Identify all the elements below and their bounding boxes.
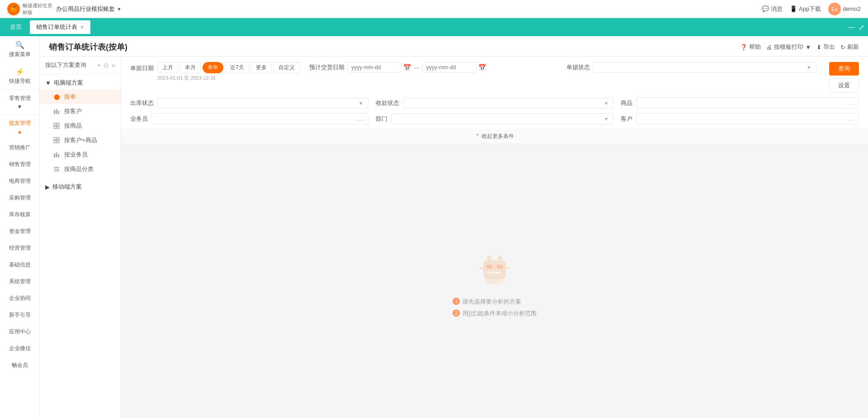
tab-bar-actions: — ⤢ (848, 23, 864, 32)
dept-select[interactable]: ▼ (391, 114, 614, 124)
user-area[interactable]: Ea demo2 (828, 3, 861, 15)
sidebar-item-collab[interactable]: 企业协同 (0, 290, 39, 307)
svg-rect-4 (57, 123, 59, 125)
customer-more-icon[interactable]: ... (847, 115, 855, 122)
settings-button[interactable]: 设置 (829, 78, 859, 93)
single-status-label: 单据状态 (566, 63, 590, 71)
date-btn-this-month[interactable]: 本月 (180, 62, 201, 73)
sidebar-section-wholesale: 批发管理 ▲ (0, 114, 39, 139)
calendar-end-icon[interactable]: 📅 (478, 64, 486, 71)
scheme-collapse-button[interactable]: « (112, 62, 115, 69)
svg-rect-19 (486, 265, 492, 268)
date-separator: — (414, 64, 420, 71)
tab-minimize-button[interactable]: — (848, 23, 855, 31)
sidebar-item-sales[interactable]: 销售管理 (0, 156, 39, 173)
scheme-item-bygoods[interactable]: 按商品 (40, 119, 121, 133)
tab-sales-order[interactable]: 销售订单统计表 ✕ (30, 20, 90, 34)
scheme-nav: 按以下方案查询 + ⊙ « ▼ 电脑端方案 ⬤ 按单 (40, 57, 121, 418)
filter-nav-area: 按以下方案查询 + ⊙ « ▼ 电脑端方案 ⬤ 按单 (40, 57, 868, 418)
collection-status-select[interactable]: ▼ (403, 98, 614, 109)
template-print-button[interactable]: 🖨 按模板打印 ▼ (766, 43, 811, 51)
svg-rect-2 (58, 111, 59, 114)
date-range-text: 2023-01-01 至 2023-12-31 (157, 75, 300, 81)
quicknav-icon: ⚡ (15, 67, 24, 76)
header-right: 💬 消息 📱 App下载 Ea demo2 (762, 3, 861, 15)
sidebar-item-newbie[interactable]: 新手引导 (0, 307, 39, 323)
svg-point-23 (498, 256, 502, 260)
collapse-bar[interactable]: ⌃ 收起更多条件 (121, 129, 868, 144)
goods-more-icon[interactable]: ... (847, 100, 855, 106)
scheme-group-mobile-header[interactable]: ▶ 移动端方案 (40, 180, 121, 194)
sidebar-item-system[interactable]: 系统管理 (0, 273, 39, 290)
predicted-date-end-input[interactable] (422, 62, 476, 73)
date-btn-last-month[interactable]: 上月 (157, 62, 178, 73)
out-status-select[interactable]: ▼ (157, 98, 368, 109)
sidebar-item-appcenter[interactable]: 应用中心 (0, 323, 39, 340)
logo-text: 畅捷通好生意 标版 (23, 2, 52, 15)
export-button[interactable]: ⬇ 导出 (816, 43, 835, 51)
filter-results: 单据日期 上月 本月 本年 近7天 更多 自定义 20 (121, 57, 868, 418)
out-status-dropdown-icon: ▼ (359, 100, 363, 106)
refresh-button[interactable]: ↻ 刷新 (840, 43, 859, 51)
collection-status-label: 收款状态 (376, 99, 399, 107)
sidebar-item-wechat[interactable]: 企业微信 (0, 340, 39, 357)
tip-num-2: 2 (453, 309, 460, 317)
sidebar-item-inventory[interactable]: 库存核算 (0, 206, 39, 223)
date-btn-7days[interactable]: 近7天 (225, 62, 249, 73)
scheme-grid2-icon (52, 136, 61, 144)
scheme-add-button[interactable]: + (97, 62, 101, 69)
refresh-icon: ↻ (840, 44, 845, 51)
sidebar-item-ecommerce[interactable]: 电商管理 (0, 173, 39, 190)
tab-close-icon[interactable]: ✕ (80, 24, 84, 30)
salesman-input[interactable]: ... (151, 113, 368, 124)
scheme-bar-icon (52, 107, 61, 115)
sidebar-item-search[interactable]: 🔍 搜索菜单 (0, 36, 39, 63)
goods-input[interactable]: ... (636, 97, 859, 109)
scheme-group-pc: ▼ 电脑端方案 ⬤ 按单 按客户 (40, 74, 121, 178)
sidebar-item-member[interactable]: 畅会员 (0, 357, 39, 374)
svg-rect-6 (57, 126, 59, 128)
query-button[interactable]: 查询 (829, 62, 859, 76)
results-area: 1 请先选择要分析的方案 2 用[过滤]条件来缩小分析范围 (121, 144, 868, 418)
scheme-item-byorder[interactable]: ⬤ 按单 (40, 90, 121, 104)
out-status-label: 出库状态 (130, 99, 154, 107)
customer-input[interactable]: ... (636, 113, 859, 124)
sidebar-item-purchase[interactable]: 采购管理 (0, 190, 39, 206)
svg-rect-20 (497, 265, 503, 268)
scheme-nav-actions: + ⊙ « (97, 62, 115, 69)
tab-home[interactable]: 首页 (4, 20, 28, 34)
sidebar: 🔍 搜索菜单 ⚡ 快捷导航 零售管理 ▼ 批发管理 ▲ 营销推广 销售管理 电商… (0, 36, 40, 418)
sidebar-item-retail[interactable]: 零售管理 ▼ (0, 90, 39, 114)
scheme-settings-button[interactable]: ⊙ (104, 62, 109, 69)
sidebar-item-marketing[interactable]: 营销推广 (0, 139, 39, 156)
app-download-button[interactable]: 📱 App下载 (790, 5, 821, 13)
sidebar-item-quicknav[interactable]: ⚡ 快捷导航 (0, 63, 39, 90)
svg-rect-5 (54, 126, 56, 128)
scheme-item-bycustomer[interactable]: 按客户 (40, 104, 121, 119)
sidebar-item-finance[interactable]: 资金管理 (0, 223, 39, 240)
date-btn-more[interactable]: 更多 (251, 62, 272, 73)
customer-label: 客户 (621, 115, 632, 123)
predicted-date-start-input[interactable] (347, 62, 401, 73)
svg-rect-15 (54, 169, 59, 170)
svg-rect-7 (54, 138, 56, 140)
scheme-group-pc-header[interactable]: ▼ 电脑端方案 (40, 76, 121, 90)
help-button[interactable]: ❓ 帮助 (740, 43, 761, 51)
message-button[interactable]: 💬 消息 (762, 5, 783, 13)
scheme-item-bysalesman[interactable]: 按业务员 (40, 147, 121, 162)
date-btn-this-year[interactable]: 本年 (203, 62, 223, 73)
sidebar-item-operations[interactable]: 经营管理 (0, 240, 39, 256)
tab-maximize-button[interactable]: ⤢ (859, 23, 864, 32)
sidebar-item-wholesale[interactable]: 批发管理 ▲ (0, 115, 39, 139)
scheme-item-bycategory[interactable]: 按商品分类 (40, 162, 121, 176)
date-btn-custom[interactable]: 自定义 (274, 62, 300, 73)
scheme-item-bycustomergoods[interactable]: 按客户+商品 (40, 133, 121, 147)
salesman-more-icon[interactable]: ... (357, 115, 364, 122)
calendar-start-icon[interactable]: 📅 (403, 64, 411, 71)
svg-rect-0 (54, 110, 55, 114)
dept-label: 部门 (376, 115, 387, 123)
sidebar-item-basic[interactable]: 基础信息 (0, 256, 39, 273)
breadcrumb-dropdown[interactable]: ▼ (117, 6, 122, 12)
single-status-select[interactable]: ▼ (593, 62, 816, 73)
predicted-date-label: 预计交货日期 (309, 63, 344, 71)
